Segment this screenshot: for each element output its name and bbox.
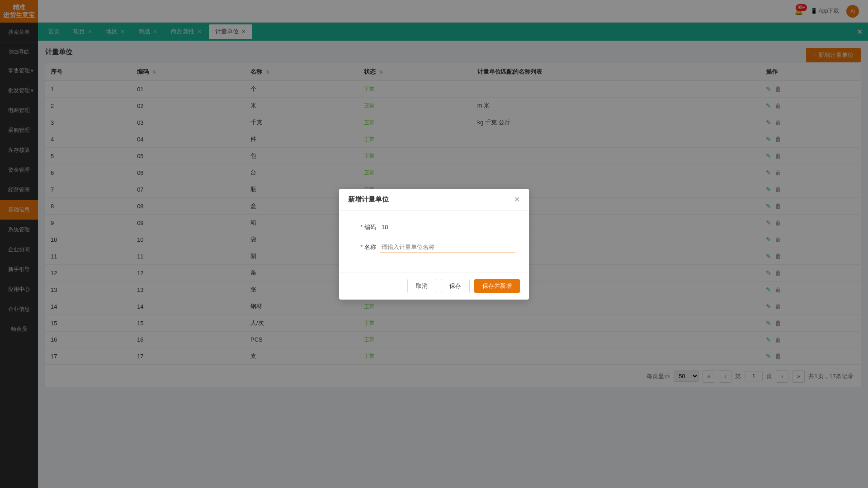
save-button[interactable]: 保存: [441, 279, 470, 293]
required-mark-name: *: [360, 244, 363, 250]
code-input[interactable]: [380, 221, 515, 233]
form-code-label: * 编码: [353, 223, 380, 231]
name-input[interactable]: [380, 241, 515, 253]
required-mark: *: [360, 224, 363, 230]
save-and-new-button[interactable]: 保存并新增: [474, 279, 520, 293]
modal-close-button[interactable]: ✕: [514, 195, 520, 204]
modal-overlay: 新增计量单位 ✕ * 编码 * 名称 取消 保存 保存并新增: [0, 0, 868, 488]
modal-body: * 编码 * 名称: [339, 211, 529, 272]
modal-header: 新增计量单位 ✕: [339, 189, 529, 211]
modal-footer: 取消 保存 保存并新增: [339, 272, 529, 300]
form-row-code: * 编码: [353, 221, 515, 233]
cancel-button[interactable]: 取消: [407, 279, 436, 293]
add-unit-modal: 新增计量单位 ✕ * 编码 * 名称 取消 保存 保存并新增: [339, 189, 529, 300]
modal-title: 新增计量单位: [348, 195, 389, 204]
form-row-name: * 名称: [353, 241, 515, 253]
form-name-label: * 名称: [353, 243, 380, 251]
